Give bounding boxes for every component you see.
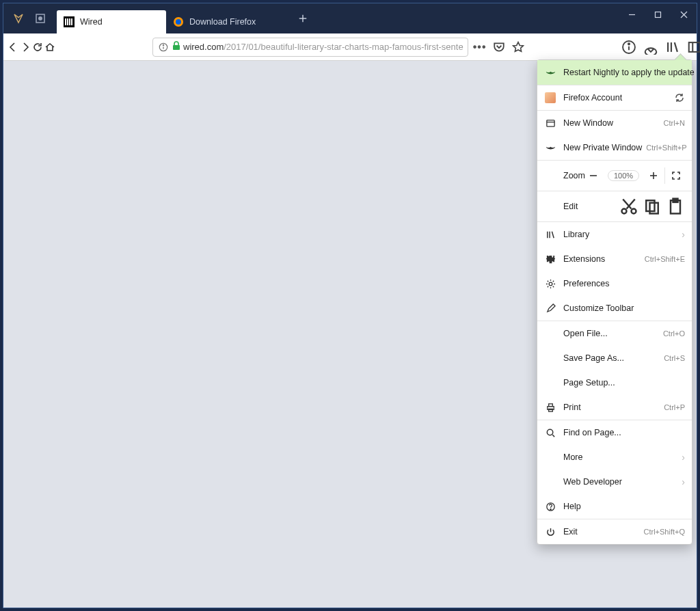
sidebar-icon[interactable] xyxy=(687,40,700,55)
minimize-button[interactable] xyxy=(619,3,645,25)
edit-row: Edit xyxy=(537,191,692,221)
edit-label: Edit xyxy=(544,202,615,211)
firefox-favicon-icon xyxy=(173,16,184,27)
gear-icon xyxy=(544,277,556,290)
svg-point-47 xyxy=(550,508,550,509)
svg-rect-43 xyxy=(548,409,552,411)
svg-point-31 xyxy=(622,209,627,214)
svg-point-32 xyxy=(632,209,636,214)
copy-button[interactable] xyxy=(643,197,662,216)
new-private-shortcut: Ctrl+Shift+P xyxy=(646,144,686,152)
pocket-icon[interactable] xyxy=(493,41,505,53)
firefox-account-item[interactable]: Firefox Account xyxy=(537,85,692,110)
forward-button[interactable] xyxy=(20,37,31,57)
svg-rect-21 xyxy=(688,42,700,52)
printer-icon xyxy=(544,401,556,413)
svg-rect-36 xyxy=(673,199,678,202)
library-label: Library xyxy=(563,230,682,239)
tab-inactive-title: Download Firefox xyxy=(189,17,256,27)
preferences-item[interactable]: Preferences xyxy=(537,271,692,296)
zoom-value: 100% xyxy=(608,170,639,181)
save-as-label: Save Page As... xyxy=(563,353,660,363)
svg-line-39 xyxy=(552,231,554,237)
help-item[interactable]: Help xyxy=(537,494,692,519)
zoom-label: Zoom xyxy=(544,171,585,180)
home-button[interactable] xyxy=(44,37,55,57)
url-domain: wired.com xyxy=(183,42,224,52)
library-item[interactable]: Library › xyxy=(537,222,692,247)
power-icon xyxy=(544,526,556,538)
maximize-button[interactable] xyxy=(645,3,671,25)
page-actions-icon[interactable]: ••• xyxy=(474,41,486,53)
page-setup-item[interactable]: Page Setup... xyxy=(537,370,692,395)
zoom-out-button[interactable] xyxy=(585,166,602,185)
tab-inactive[interactable]: Download Firefox xyxy=(166,10,289,33)
new-private-label: New Private Window xyxy=(563,143,642,152)
preferences-label: Preferences xyxy=(563,279,685,288)
titlebar: Wired Download Firefox xyxy=(3,3,697,33)
new-tab-button[interactable] xyxy=(293,9,312,28)
downloads-icon[interactable] xyxy=(643,40,658,55)
toolbar-right-icons xyxy=(621,37,700,57)
new-private-window-item[interactable]: New Private Window Ctrl+Shift+P xyxy=(537,135,692,160)
site-info-icon[interactable] xyxy=(157,42,170,52)
tab-active-title: Wired xyxy=(80,17,103,27)
web-developer-item[interactable]: Web Developer › xyxy=(537,470,692,494)
tab-active[interactable]: Wired xyxy=(57,10,166,33)
app-menu-panel: Restart Nightly to apply the update Fire… xyxy=(537,59,692,545)
paintbrush-icon xyxy=(544,302,556,314)
exit-label: Exit xyxy=(563,527,639,537)
fullscreen-button[interactable] xyxy=(668,166,685,185)
exit-item[interactable]: Exit Ctrl+Shift+Q xyxy=(537,519,692,544)
sync-icon[interactable] xyxy=(674,92,685,103)
divider xyxy=(664,167,665,184)
svg-point-13 xyxy=(163,44,163,45)
close-button[interactable] xyxy=(671,3,697,25)
find-on-page-item[interactable]: Find on Page... xyxy=(537,420,692,445)
open-file-label: Open File... xyxy=(563,329,659,338)
more-label: More xyxy=(563,452,682,462)
new-window-item[interactable]: New Window Ctrl+N xyxy=(537,111,692,135)
zoom-in-button[interactable] xyxy=(645,166,662,185)
url-bar[interactable]: wired.com/2017/01/beautiful-literary-sta… xyxy=(152,38,468,57)
save-as-shortcut: Ctrl+S xyxy=(664,354,685,362)
reload-button[interactable] xyxy=(32,37,43,57)
extensions-shortcut: Ctrl+Shift+E xyxy=(645,255,685,263)
zoom-row: Zoom 100% xyxy=(537,161,692,191)
url-path: /2017/01/beautiful-literary-star-charts-… xyxy=(224,42,463,52)
info-badge-icon[interactable] xyxy=(621,40,636,55)
page-setup-label: Page Setup... xyxy=(563,378,685,388)
search-icon xyxy=(544,426,556,439)
extensions-item[interactable]: Extensions Ctrl+Shift+E xyxy=(537,247,692,271)
customize-label: Customize Toolbar xyxy=(563,303,685,313)
lock-icon xyxy=(172,41,180,53)
cut-button[interactable] xyxy=(619,197,638,216)
mask-icon xyxy=(544,66,556,79)
window-controls xyxy=(619,3,697,25)
more-item[interactable]: More › xyxy=(537,445,692,470)
svg-rect-26 xyxy=(546,120,554,126)
svg-point-44 xyxy=(547,429,552,435)
decorative-square-icon xyxy=(32,10,49,27)
help-icon xyxy=(544,500,556,513)
svg-line-20 xyxy=(674,42,677,52)
customize-toolbar-item[interactable]: Customize Toolbar xyxy=(537,296,692,321)
extensions-label: Extensions xyxy=(563,254,641,264)
find-label: Find on Page... xyxy=(563,428,685,437)
save-page-as-item[interactable]: Save Page As... Ctrl+S xyxy=(537,346,692,370)
web-dev-label: Web Developer xyxy=(563,477,682,487)
print-item[interactable]: Print Ctrl+P xyxy=(537,395,692,420)
tab-strip: Wired Download Firefox xyxy=(57,3,312,33)
window-icon xyxy=(544,117,556,129)
back-button[interactable] xyxy=(8,37,18,57)
nav-toolbar: wired.com/2017/01/beautiful-literary-sta… xyxy=(3,33,697,61)
bookmark-star-icon[interactable] xyxy=(512,41,524,53)
svg-line-45 xyxy=(552,435,554,437)
urlbar-container: wired.com/2017/01/beautiful-literary-sta… xyxy=(152,38,524,57)
paste-button[interactable] xyxy=(666,197,685,216)
open-file-item[interactable]: Open File... Ctrl+O xyxy=(537,321,692,346)
svg-point-4 xyxy=(176,19,181,25)
library-icon[interactable] xyxy=(665,40,680,55)
mask-icon xyxy=(544,141,556,154)
restart-update-banner[interactable]: Restart Nightly to apply the update xyxy=(537,60,692,85)
